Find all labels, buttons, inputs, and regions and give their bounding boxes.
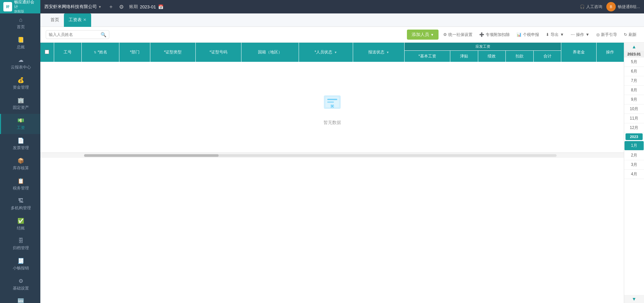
app-name: 畅应通好会计 (14, 0, 37, 9)
tab-salary[interactable]: 工资表 ✕ (64, 13, 91, 27)
fixed-assets-icon: 🏢 (17, 97, 24, 103)
sidebar-item-fixed-assets[interactable]: 🏢 固定资产 (0, 94, 40, 114)
sidebar-item-label: 固定资产 (13, 105, 29, 111)
period-label: 账期 (129, 4, 138, 10)
status-filter-icon[interactable]: ▼ (334, 51, 337, 54)
sidebar-item-salary[interactable]: 💵 工资 (0, 114, 40, 134)
empty-illustration (319, 89, 346, 116)
dept-header: *部门 (119, 43, 150, 62)
sidebar-item-label: 首页 (17, 24, 25, 30)
tax-report-icon: 📊 (517, 32, 522, 37)
salary-group-header: 应发工资 (405, 43, 561, 51)
month-item-1[interactable]: 1月 (624, 141, 644, 150)
service-button[interactable]: 🎧 人工咨询 (580, 4, 602, 10)
month-item-8[interactable]: 8月 (624, 86, 644, 95)
calendar-icon[interactable]: 📅 (158, 4, 163, 9)
select-all-checkbox[interactable] (45, 50, 49, 54)
toolbar: 🔍 添加人员 ▼ ⚙ 统一社保设置 ➕ 专项附加扣除 📊 个税申报 (40, 27, 644, 43)
export-icon: ⬇ (546, 32, 549, 37)
tab-close-icon[interactable]: ✕ (83, 17, 86, 22)
scroll-up-arrow[interactable]: ▲ (624, 43, 644, 51)
cloud-icon: ☁ (18, 57, 24, 63)
sidebar-item-ledger[interactable]: 📒 总账 (0, 33, 40, 53)
export-arrow-icon: ▼ (560, 32, 564, 37)
sidebar-item-archive[interactable]: 🗄 归档管理 (0, 234, 40, 254)
social-security-icon: ⚙ (443, 32, 447, 37)
settings-icon[interactable]: ⚙ (118, 2, 125, 11)
sidebar-item-guide[interactable]: 🆕 新手引导 (0, 295, 40, 303)
sidebar-item-settle[interactable]: ✅ 结账 (0, 214, 40, 234)
sidebar-item-label: 资金管理 (13, 85, 29, 90)
month-item-7[interactable]: 7月 (624, 76, 644, 86)
sidebar-item-label: 总账 (17, 44, 25, 50)
logo-icon: 好 (3, 2, 12, 11)
performance-header: 绩效 (478, 51, 506, 62)
sidebar-item-multi-org[interactable]: 🏗 多机构管理 (0, 194, 40, 214)
export-button[interactable]: ⬇ 导出 ▼ (544, 31, 566, 39)
checkbox-column-header (40, 43, 54, 62)
top-header: 好 畅应通好会计 旗舰版 西安虾米网络科技有限公司 ▼ ＋ ⚙ 账期 2023-… (0, 0, 644, 13)
total-header: 合计 (533, 51, 561, 62)
name-header: ⇅ *姓名 (82, 43, 119, 62)
report-filter-icon[interactable]: ▼ (386, 51, 389, 54)
sidebar-item-label: 多机构管理 (11, 205, 31, 211)
guide-button[interactable]: ◎ 新手引导 (594, 31, 619, 39)
tax-icon: 📋 (17, 178, 24, 184)
right-header: 🎧 人工咨询 B 畅捷通B组... (580, 2, 640, 11)
month-item-10[interactable]: 10月 (624, 104, 644, 114)
sidebar-item-label: 发票管理 (13, 145, 29, 151)
deduction-header: 扣款 (506, 51, 534, 62)
report-status-header: 报送状态 ▼ (353, 43, 405, 62)
special-deduction-button[interactable]: ➕ 专项附加扣除 (477, 31, 512, 39)
sidebar-item-fund[interactable]: 💰 资金管理 (0, 74, 40, 94)
toolbar-right: 添加人员 ▼ ⚙ 统一社保设置 ➕ 专项附加扣除 📊 个税申报 ⬇ (407, 30, 639, 40)
user-name[interactable]: 畅捷通B组... (618, 4, 640, 10)
main-layout: ⌂ 首页 📒 总账 ☁ 云报表中心 💰 资金管理 🏢 固定资产 💵 工资 📄 发… (0, 13, 644, 303)
month-item-4[interactable]: 4月 (624, 170, 644, 179)
company-selector[interactable]: 西安虾米网络科技有限公司 ▼ (44, 4, 102, 10)
month-item-12[interactable]: 12月 (624, 123, 644, 133)
scroll-down-arrow[interactable]: ▼ (624, 295, 644, 303)
scroll-track (84, 154, 557, 157)
month-item-3[interactable]: 3月 (624, 160, 644, 170)
month-item-9[interactable]: 9月 (624, 95, 644, 104)
right-panel: ▲ 2023.01 5月 6月 7月 8月 9月 10月 11月 12月 202… (624, 43, 644, 303)
sidebar-item-expense[interactable]: 🧾 小畅报销 (0, 254, 40, 274)
month-item-11[interactable]: 11月 (624, 114, 644, 123)
sidebar-item-invoice[interactable]: 📄 发票管理 (0, 134, 40, 154)
personal-tax-button[interactable]: 📊 个税申报 (515, 31, 541, 39)
status-header: *人员状态 ▼ (299, 43, 353, 62)
sidebar-item-home[interactable]: ⌂ 首页 (0, 13, 40, 33)
sidebar-item-tax[interactable]: 📋 税务管理 (0, 174, 40, 194)
actions-header: 操作 (596, 43, 624, 62)
refresh-icon: ↻ (624, 32, 627, 37)
allowance-header: 津贴 (450, 51, 478, 62)
tab-home[interactable]: 首页 (46, 13, 64, 27)
year-badge: 2023 (626, 133, 643, 140)
guide-icon: 🆕 (17, 298, 24, 303)
svg-rect-2 (327, 99, 337, 100)
month-item-6[interactable]: 6月 (624, 67, 644, 76)
month-item-2[interactable]: 2月 (624, 151, 644, 160)
sidebar-item-settings[interactable]: ⚙ 基础设置 (0, 274, 40, 295)
expense-icon: 🧾 (17, 258, 24, 264)
search-input[interactable] (49, 32, 99, 37)
logo-area: 好 畅应通好会计 旗舰版 (0, 0, 40, 13)
sidebar-item-inventory[interactable]: 📦 库存核算 (0, 154, 40, 174)
period-header: 2023.01 (624, 51, 644, 57)
id-type-header: *证型类型 (150, 43, 195, 62)
add-person-button[interactable]: 添加人员 ▼ (407, 30, 439, 40)
empty-state: 暂无数据 (40, 62, 624, 153)
month-item-5[interactable]: 5月 (624, 57, 644, 67)
social-security-button[interactable]: ⚙ 统一社保设置 (441, 31, 475, 39)
archive-icon: 🗄 (18, 238, 24, 244)
add-company-button[interactable]: ＋ (107, 2, 115, 12)
refresh-button[interactable]: ↻ 刷新 (622, 31, 639, 39)
sort-icon: ⇅ (94, 51, 97, 54)
operations-button[interactable]: ⋯ 操作 ▼ (569, 31, 592, 39)
scroll-thumb[interactable] (84, 154, 219, 157)
sidebar-item-cloud-report[interactable]: ☁ 云报表中心 (0, 53, 40, 74)
table-container: 工号 ⇅ *姓名 *部门 *证型类型 *证型号码 国籍（地区） *人员状态 ▼ (40, 43, 624, 303)
guide-toolbar-icon: ◎ (596, 32, 600, 37)
tab-bar: 首页 工资表 ✕ (40, 13, 644, 27)
